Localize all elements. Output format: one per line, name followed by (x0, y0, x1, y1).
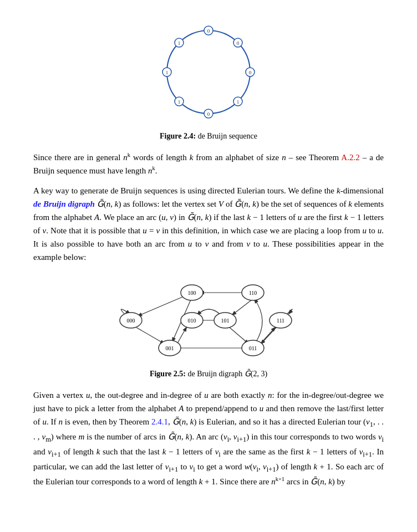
svg-text:100: 100 (188, 290, 196, 296)
svg-text:1: 1 (237, 99, 240, 105)
svg-line-27 (261, 328, 276, 344)
figure-24-label: Figure 2.4: (160, 132, 196, 140)
svg-text:0: 0 (207, 28, 210, 34)
digraph-diagram: 000 001 010 011 100 101 110 (98, 270, 319, 365)
ref-a22[interactable]: A.2.2 (341, 153, 359, 162)
figure-24-text: de Bruijn sequence (196, 132, 257, 140)
svg-text:0: 0 (237, 40, 240, 46)
paragraph-3: Given a vertex u, the out-degree and in-… (33, 388, 384, 488)
svg-line-18 (177, 328, 186, 344)
svg-line-21 (260, 328, 275, 344)
svg-line-24 (138, 296, 184, 316)
svg-text:110: 110 (249, 290, 257, 296)
svg-text:111: 111 (277, 318, 284, 324)
svg-text:001: 001 (166, 345, 174, 351)
figure-25-caption: Figure 2.5: de Bruijn digraph G̃(2, 3) (150, 369, 267, 378)
svg-text:101: 101 (221, 318, 230, 324)
ref-241[interactable]: 2.4.1 (151, 417, 168, 426)
svg-text:000: 000 (127, 318, 135, 324)
figure-24: 0 0 0 1 0 1 1 (33, 17, 384, 141)
figure-24-caption: Figure 2.4: de Bruijn sequence (160, 132, 257, 141)
svg-line-20 (230, 328, 248, 344)
svg-text:0: 0 (249, 70, 252, 75)
svg-text:1: 1 (166, 70, 169, 75)
svg-line-17 (136, 328, 164, 344)
figure-25: 000 001 010 011 100 101 110 (33, 270, 384, 378)
term-de-bruijn-digraph: de Bruijn digraph (33, 200, 95, 208)
figure-25-label: Figure 2.5: (150, 370, 186, 378)
svg-text:1: 1 (178, 99, 181, 105)
paragraph-1: Since there are in general nk words of l… (33, 151, 384, 177)
svg-text:0: 0 (207, 111, 210, 117)
svg-text:011: 011 (249, 345, 257, 351)
circle-diagram: 0 0 0 1 0 1 1 (153, 17, 264, 127)
paragraph-2: A key way to generate de Bruijn sequence… (33, 184, 384, 264)
svg-text:1: 1 (178, 40, 181, 46)
svg-line-25 (232, 300, 252, 315)
figure-25-text: de Bruijn digraph G̃(2, 3) (186, 370, 267, 378)
svg-text:010: 010 (188, 318, 196, 324)
